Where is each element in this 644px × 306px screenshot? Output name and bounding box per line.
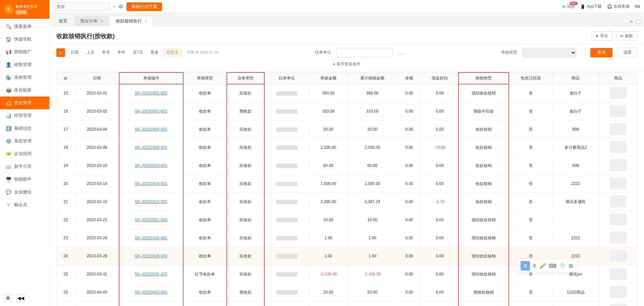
refresh-button[interactable]: ↻ 刷新 bbox=[616, 32, 637, 41]
doc-no-link[interactable]: SK-20230331-002 bbox=[135, 272, 167, 277]
sidebar-item-marketing[interactable]: 📢 营销推广 bbox=[0, 46, 49, 58]
col-header-goods[interactable]: 商品 bbox=[552, 72, 599, 84]
sidebar-item-system[interactable]: ⚙️ 系统管理 bbox=[0, 135, 49, 147]
doc-no-link[interactable]: SK-20230328-002 bbox=[135, 254, 167, 258]
col-header-biz-type[interactable]: 业务类型 bbox=[227, 72, 264, 84]
cell-discount: 0.00 bbox=[421, 157, 459, 175]
date-custom-btn[interactable]: 自定义 bbox=[163, 49, 181, 56]
sidebar-item-guide[interactable]: 📖 新手引导 bbox=[0, 160, 49, 173]
export-button[interactable]: ⬆ 导出 bbox=[591, 32, 612, 41]
sidebar-label-purchase: 采购管理 bbox=[14, 74, 32, 80]
tab-collection[interactable]: 收款核销执行 × bbox=[110, 16, 153, 26]
sidebar-item-shortcut[interactable]: 🏠 快捷导航 bbox=[0, 33, 49, 46]
cell-doc-no: SK-20230328-001 bbox=[119, 229, 183, 247]
doc-no-link[interactable]: SK-20230315-002 bbox=[135, 199, 167, 204]
tab-prepay-close-icon[interactable]: × bbox=[101, 19, 103, 23]
partner-filter-input[interactable] bbox=[336, 48, 393, 57]
cell-written-off: 3,387.24 bbox=[347, 193, 397, 211]
col-header-partner[interactable]: 往来单位 bbox=[264, 72, 309, 84]
doc-no-link[interactable]: SK-20230304-001 bbox=[135, 127, 167, 132]
col-header-written-off[interactable]: 累计核销金额 bbox=[347, 72, 397, 84]
date-cur-month-btn[interactable]: 本月 bbox=[99, 49, 113, 56]
sidebar-item-search[interactable]: 🔍 搜索菜单 bbox=[0, 20, 49, 33]
col-header-cancel-type[interactable]: 核销类型 bbox=[459, 72, 509, 84]
cell-include-cleared: 否 bbox=[509, 175, 552, 193]
sidebar-item-hardware[interactable]: 🖥️ 智能硬件 bbox=[0, 173, 49, 186]
tab-expand-button[interactable]: ⛶ bbox=[636, 19, 641, 24]
col-header-doc-type[interactable]: 单据类型 bbox=[183, 72, 227, 84]
sidebar-item-basic[interactable]: ℹ️ 基础信息 bbox=[0, 122, 49, 135]
date-prev-month-btn[interactable]: 上月 bbox=[84, 49, 97, 56]
cell-written-off: 333.00 bbox=[347, 102, 397, 120]
app-download-action[interactable]: 📱 App下载 bbox=[580, 4, 602, 9]
expand-icon: ▾ bbox=[333, 62, 335, 67]
sidebar-item-enterprise[interactable]: 🤝 企业协同 bbox=[0, 147, 49, 160]
doc-no-link[interactable]: SK-20230314-001 bbox=[135, 181, 167, 186]
search-icon: 🔍 bbox=[5, 23, 11, 29]
doc-no-link[interactable]: SK-20230321-003 bbox=[135, 218, 167, 222]
date-7days-btn[interactable]: 近7天 bbox=[130, 49, 146, 56]
doc-type-select[interactable] bbox=[523, 48, 576, 57]
col-header-date[interactable]: 日期 bbox=[75, 72, 119, 84]
col-header-discount[interactable]: 现金折扣 bbox=[421, 72, 459, 84]
tab-collection-close-icon[interactable]: × bbox=[145, 19, 147, 23]
cell-cancel-type: 收款核销 bbox=[459, 193, 509, 211]
date-filter-label: 日期 bbox=[70, 50, 78, 55]
doc-no-link[interactable]: SK-20230301-002 bbox=[135, 91, 167, 96]
sidebar-item-wechat[interactable]: 💬 企业微信 bbox=[0, 186, 49, 198]
tab-prepay[interactable]: 预应付单 × bbox=[74, 16, 109, 26]
date-more-btn[interactable]: 更多 bbox=[148, 49, 161, 56]
messages-action[interactable]: ✉ 消息 99+ bbox=[562, 4, 575, 9]
keyboard-icon[interactable]: ⌨ bbox=[549, 263, 556, 269]
cell-written-off: 20.00 bbox=[347, 120, 397, 138]
doc-no-link[interactable]: SK-20230310-001 bbox=[135, 163, 167, 168]
grid-icon[interactable]: ⊞ bbox=[569, 263, 573, 269]
expand-conditions-button[interactable]: ▾ 展开更多条件 bbox=[329, 60, 365, 68]
cell-balance: 0.00 bbox=[397, 120, 421, 138]
sidebar-item-inventory[interactable]: 📦 库存核算 bbox=[0, 84, 49, 97]
cell-include-cleared: 否 bbox=[509, 157, 552, 175]
online-service-action[interactable]: 🎧 在线客服 bbox=[607, 4, 630, 9]
shirt-icon[interactable]: 👕 bbox=[559, 263, 566, 269]
filter-toggle-button[interactable]: » bbox=[56, 48, 65, 57]
col-header-gear[interactable]: ⚙ bbox=[57, 72, 75, 84]
cell-goods: 衣服00001 bbox=[552, 301, 599, 306]
mic-icon[interactable]: 🎤 bbox=[539, 263, 546, 269]
user-name[interactable]: Rit bbox=[635, 4, 640, 9]
industry-button[interactable]: 体验行业方案 bbox=[126, 2, 162, 11]
tab-home[interactable]: 首页 bbox=[53, 16, 73, 26]
cell-written-off: 100.00 bbox=[347, 301, 397, 306]
table-row: 17 2023-03-04 SK-20230304-001 收款单 应收款 ██… bbox=[57, 120, 637, 138]
tab-close-all-button[interactable]: ✕ bbox=[629, 19, 633, 24]
sidebar-settings-button[interactable]: ⚙ bbox=[3, 293, 13, 303]
query-button[interactable]: 查询 bbox=[590, 48, 612, 57]
col-header-include-cleared[interactable]: 包含已结清 bbox=[509, 72, 552, 84]
filter-settings-button[interactable]: 设置 bbox=[618, 48, 637, 57]
expand-label: 展开更多条件 bbox=[336, 61, 361, 67]
date-cur-year-btn[interactable]: 本年 bbox=[115, 49, 128, 56]
doc-no-link[interactable]: SK-20230302-002 bbox=[135, 109, 167, 114]
cell-balance: 0.00 bbox=[397, 211, 421, 229]
tab-home-label: 首页 bbox=[59, 18, 67, 24]
sidebar-item-finance[interactable]: 💰 资金管理 bbox=[0, 97, 49, 109]
doc-no-link[interactable]: SK-20230308-001 bbox=[135, 145, 167, 150]
sidebar-item-operations[interactable]: 📊 经营管理 bbox=[0, 109, 49, 122]
cell-cancel-type: 收款核销 bbox=[459, 138, 509, 157]
col-header-amount[interactable]: 单据金额 bbox=[309, 72, 347, 84]
cell-doc-no: SK-20230331-002 bbox=[119, 265, 183, 283]
col-header-doc-no[interactable]: 单据编号 bbox=[119, 72, 183, 84]
cell-date: 2023-03-08 bbox=[75, 138, 119, 157]
cell-biz-type: 应收款 bbox=[227, 265, 264, 283]
sidebar-item-sales[interactable]: 👤 销售管理 bbox=[0, 58, 49, 71]
col-header-balance[interactable]: 余额 bbox=[397, 72, 421, 84]
sidebar-collapse-button[interactable]: ◀◀ bbox=[16, 293, 25, 303]
sidebar-item-member[interactable]: V 畅会员 bbox=[0, 198, 49, 211]
dropdown-arrow-icon[interactable]: ▾ bbox=[113, 5, 115, 8]
topbar-gear-icon[interactable]: ⚙ bbox=[118, 3, 123, 10]
sidebar-item-purchase[interactable]: 🏪 采购管理 bbox=[0, 71, 49, 84]
doc-no-link[interactable]: SK-20230328-001 bbox=[135, 236, 167, 240]
col-header-goods2[interactable]: 商品 bbox=[599, 72, 637, 84]
topbar-search-input[interactable] bbox=[54, 2, 110, 11]
cell-date: 2023-04-03 bbox=[75, 283, 119, 301]
doc-no-link[interactable]: SK-20230403-002 bbox=[135, 290, 167, 295]
